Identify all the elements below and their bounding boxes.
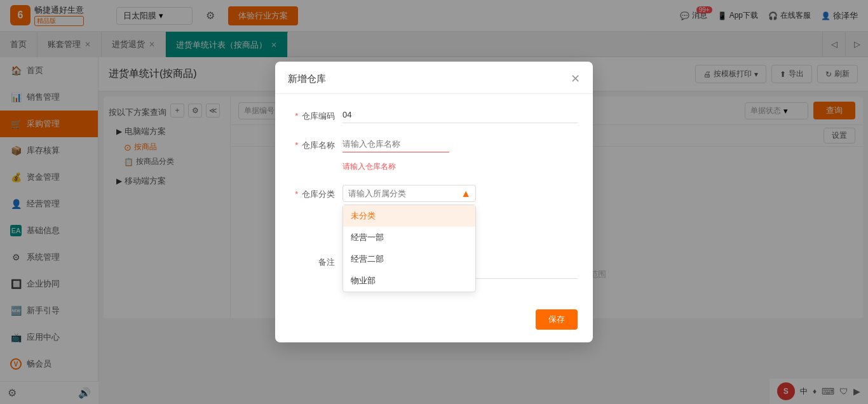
dropdown-item-unclassified[interactable]: 未分类 [343,205,475,227]
name-field-row: * 仓库名称 请输入仓库名称 [290,136,578,172]
category-toggle-icon[interactable]: ▲ [461,188,471,199]
category-label: * 仓库分类 [290,185,335,200]
dropdown-item-dept1[interactable]: 经营一部 [343,227,475,248]
modal-title: 新增仓库 [288,73,326,85]
modal-footer: 保存 [275,309,593,330]
code-label: * 仓库编码 [290,107,335,122]
code-field-row: * 仓库编码 [290,107,578,123]
modal-close-button[interactable]: ✕ [571,72,580,86]
category-input[interactable] [342,185,476,202]
modal-body: * 仓库编码 * 仓库名称 请输入仓库名称 [275,94,593,304]
category-field-row: * 仓库分类 ▲ 未分类 经营一部 经营二部 物业部 [290,185,578,202]
category-dropdown: 未分类 经营一部 经营二部 物业部 [342,205,476,292]
required-marker2: * [295,140,298,150]
code-input[interactable] [342,107,578,123]
modal-header: 新增仓库 ✕ [275,62,593,94]
note-label: 备注 [290,253,335,268]
name-label: * 仓库名称 [290,136,335,151]
name-field-inner: * 仓库名称 [290,136,449,152]
required-marker3: * [295,189,298,199]
modal-backdrop: 新增仓库 ✕ * 仓库编码 * 仓库名称 [0,0,868,404]
save-button[interactable]: 保存 [536,309,578,330]
required-marker: * [295,111,298,121]
new-warehouse-modal: 新增仓库 ✕ * 仓库编码 * 仓库名称 [275,62,593,342]
name-error-msg: 请输入仓库名称 [342,162,396,171]
name-error-area: 请输入仓库名称 [342,161,396,172]
category-field-inner: * 仓库分类 ▲ 未分类 经营一部 经营二部 物业部 [290,185,476,202]
dropdown-item-dept2[interactable]: 经营二部 [343,248,475,270]
name-input[interactable] [342,136,449,152]
dropdown-item-dept3[interactable]: 物业部 [343,270,475,292]
category-input-wrap: ▲ 未分类 经营一部 经营二部 物业部 [342,185,476,202]
